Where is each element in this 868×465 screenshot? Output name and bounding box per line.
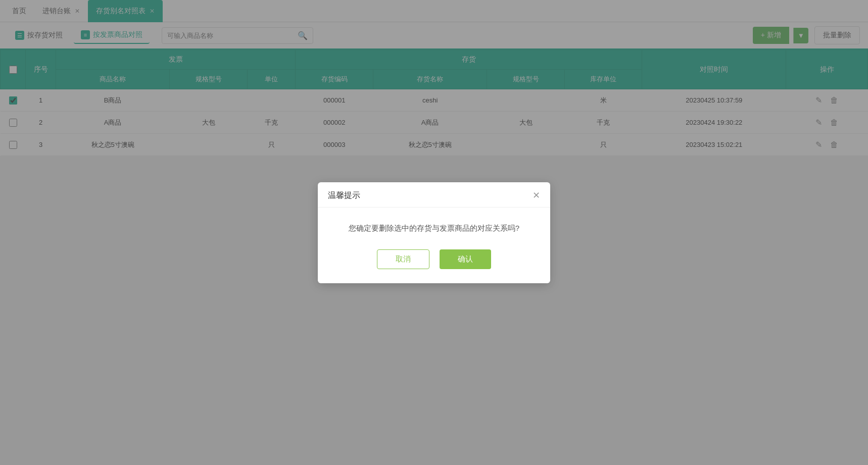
dialog-overlay: 温馨提示 ✕ 您确定要删除选中的存货与发票商品的对应关系吗? 取消 确认	[0, 0, 868, 156]
